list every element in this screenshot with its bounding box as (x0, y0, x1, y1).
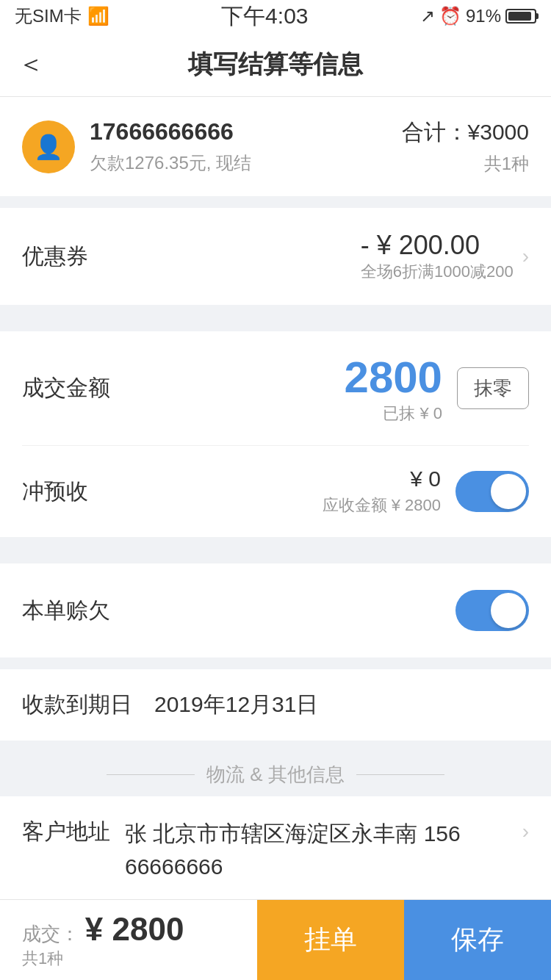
status-left: 无SIM卡 📶 (15, 4, 109, 28)
toggle-knob (491, 474, 526, 509)
status-time: 下午4:03 (221, 1, 308, 32)
transaction-amount-label: 成交金额 (22, 373, 110, 403)
bottom-left: 成交： ¥ 2800 共1种 (0, 911, 257, 970)
status-bar: 无SIM卡 📶 下午4:03 ↗ ⏰ 91% (0, 0, 551, 32)
round-zero-button[interactable]: 抹零 (457, 367, 529, 409)
prepay-label: 冲预收 (22, 477, 88, 507)
wifi-icon: 📶 (87, 6, 109, 26)
battery-icon (505, 9, 536, 24)
location-icon: ↗ (420, 6, 435, 26)
address-row: 客户地址 张 北京市市辖区海淀区永丰南 156 66666666 › (22, 817, 529, 883)
address-label: 客户地址 (22, 817, 110, 847)
debit-toggle-knob (491, 593, 526, 628)
total-amount: 合计：¥3000 (402, 118, 529, 148)
due-date-value: 2019年12月31日 (154, 690, 318, 720)
prepay-toggle[interactable] (455, 471, 529, 512)
transaction-amount-value: 2800 (345, 352, 442, 403)
customer-sub-info: 欠款1276.35元, 现结 (90, 151, 251, 175)
coupon-row[interactable]: 优惠券 - ¥ 200.00 全场6折满1000减200 › (0, 208, 551, 305)
customer-info: 17666666666 欠款1276.35元, 现结 (90, 118, 251, 175)
address-value: 张 北京市市辖区海淀区永丰南 156 66666666 (110, 817, 522, 883)
nav-bar: ＜ 填写结算等信息 (0, 32, 551, 97)
back-button[interactable]: ＜ (18, 46, 44, 82)
bottom-count: 共1种 (22, 948, 235, 970)
total-count: 共1种 (402, 152, 529, 176)
amount-section: 成交金额 2800 已抹 ¥ 0 抹零 冲预收 ¥ 0 应收金额 ¥ 2800 (0, 331, 551, 537)
transaction-amount-row: 成交金额 2800 已抹 ¥ 0 抹零 (22, 331, 529, 446)
bottom-bar: 成交： ¥ 2800 共1种 挂单 保存 (0, 899, 551, 980)
customer-right: 合计：¥3000 共1种 (402, 118, 529, 176)
customer-left: 👤 17666666666 欠款1276.35元, 现结 (22, 118, 251, 175)
page-title: 填写结算等信息 (188, 48, 363, 82)
coupon-discount: - ¥ 200.00 (361, 230, 514, 261)
content-area: 👤 17666666666 欠款1276.35元, 现结 合计：¥3000 共1… (0, 97, 551, 980)
customer-phone: 17666666666 (90, 118, 251, 145)
carrier-label: 无SIM卡 (15, 4, 82, 28)
section-divider-1 (0, 317, 551, 331)
due-date-label: 收款到期日 (22, 690, 132, 720)
coupon-right: - ¥ 200.00 全场6折满1000减200 › (361, 230, 529, 283)
hold-order-button[interactable]: 挂单 (257, 900, 404, 981)
avatar: 👤 (22, 120, 75, 173)
transaction-amount-sub: 已抹 ¥ 0 (383, 403, 442, 425)
bottom-trans-label: 成交： (22, 923, 79, 945)
status-right: ↗ ⏰ 91% (420, 6, 536, 26)
debit-label: 本单赊欠 (22, 596, 110, 626)
logistics-divider: 物流 & 其他信息 (0, 752, 551, 796)
prepay-right: ¥ 0 应收金额 ¥ 2800 (323, 466, 441, 516)
debit-row: 本单赊欠 (22, 563, 529, 657)
debit-toggle[interactable] (455, 590, 529, 631)
address-section[interactable]: 客户地址 张 北京市市辖区海淀区永丰南 156 66666666 › (0, 796, 551, 904)
alarm-icon: ⏰ (439, 6, 461, 26)
address-chevron-icon: › (522, 820, 529, 843)
due-date-section: 收款到期日 2019年12月31日 (0, 669, 551, 741)
transaction-amount-right: 2800 已抹 ¥ 0 抹零 (345, 352, 529, 425)
customer-card: 👤 17666666666 欠款1276.35元, 现结 合计：¥3000 共1… (0, 97, 551, 196)
battery-percent: 91% (466, 6, 501, 26)
prepay-amount: ¥ 0 (410, 466, 441, 491)
section-divider-2 (0, 537, 551, 552)
coupon-label: 优惠券 (22, 242, 88, 272)
bottom-amount: ¥ 2800 (85, 911, 184, 947)
prepay-sub: 应收金额 ¥ 2800 (323, 494, 441, 516)
save-button[interactable]: 保存 (404, 900, 551, 981)
coupon-desc: 全场6折满1000减200 (361, 261, 514, 283)
debit-section: 本单赊欠 (0, 563, 551, 657)
logistics-label: 物流 & 其他信息 (107, 762, 444, 788)
logistics-line-left (107, 774, 195, 775)
prepay-row: 冲预收 ¥ 0 应收金额 ¥ 2800 (22, 446, 529, 537)
due-date-row: 收款到期日 2019年12月31日 (22, 690, 529, 720)
coupon-chevron-icon: › (522, 245, 529, 268)
logistics-line-right (356, 774, 444, 775)
